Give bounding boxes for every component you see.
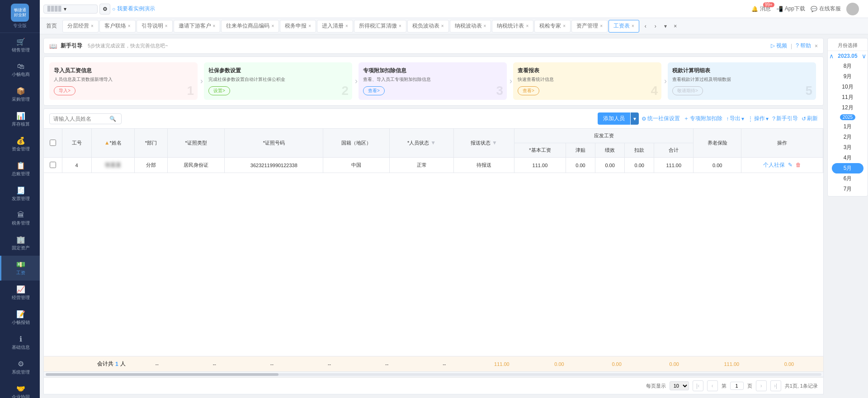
sidebar-item-inventory[interactable]: 📊 库存核算 bbox=[0, 107, 40, 132]
tab-register[interactable]: 进入清册 × bbox=[317, 20, 353, 33]
month-item-12[interactable]: 12月 bbox=[832, 103, 863, 113]
scroll-thumb[interactable] bbox=[46, 373, 278, 376]
sidebar-item-payroll[interactable]: 💵 工资 bbox=[0, 256, 40, 281]
op-delete-btn[interactable]: 🗑 bbox=[796, 162, 801, 168]
search-icon[interactable]: 🔍 bbox=[109, 116, 116, 122]
tab-close-icon[interactable]: × bbox=[441, 23, 444, 28]
page-size-select[interactable]: 10 20 50 bbox=[670, 381, 689, 390]
guide-help-link[interactable]: ? 帮助 bbox=[796, 42, 811, 50]
horizontal-scrollbar[interactable] bbox=[43, 372, 824, 377]
online-service-button[interactable]: 💬 在线客服 bbox=[811, 5, 841, 13]
month-item-1[interactable]: 1月 bbox=[832, 122, 863, 132]
tab-tax-stats[interactable]: 纳税统计表 × bbox=[492, 20, 533, 33]
tab-tax-expert[interactable]: 税检专家 × bbox=[534, 20, 571, 33]
tab-guide-intro[interactable]: 引导说明 × bbox=[137, 20, 173, 33]
first-page-btn[interactable]: |‹ bbox=[693, 380, 703, 391]
tab-payroll[interactable]: 工资表 × bbox=[609, 20, 639, 33]
sidebar-item-expense[interactable]: 📝 小畅报销 bbox=[0, 305, 40, 330]
status-filter-icon[interactable]: ▼ bbox=[430, 140, 436, 146]
month-item-10[interactable]: 10月 bbox=[832, 82, 863, 92]
month-item-9[interactable]: 9月 bbox=[832, 71, 863, 82]
sidebar-item-system[interactable]: ⚙ 系统管理 bbox=[0, 355, 40, 380]
next-page-btn[interactable]: › bbox=[756, 380, 767, 391]
add-person-button[interactable]: 添加人员 bbox=[598, 112, 630, 125]
sidebar-item-assets[interactable]: 🏢 固定资产 bbox=[0, 231, 40, 256]
month-item-5[interactable]: 5月 bbox=[832, 163, 863, 173]
month-prev-btn[interactable]: ∧ bbox=[827, 52, 836, 61]
tab-close-all-btn[interactable]: × bbox=[671, 22, 680, 31]
tab-tax-declare[interactable]: 税务申报 × bbox=[280, 20, 316, 33]
tab-tax-fluctuation[interactable]: 纳税波动表 × bbox=[450, 20, 491, 33]
sidebar-item-finance[interactable]: 💰 资金管理 bbox=[0, 132, 40, 157]
tab-product-code[interactable]: 往来单位商品编码 × bbox=[221, 20, 279, 33]
demo-link[interactable]: ○ 我要看实例演示 bbox=[112, 5, 155, 13]
month-item-6[interactable]: 6月 bbox=[832, 173, 863, 184]
guide-close-button[interactable]: × bbox=[815, 43, 818, 49]
tab-close-icon[interactable]: × bbox=[165, 23, 168, 28]
guide-video-link[interactable]: ▷ 视频 bbox=[771, 42, 787, 50]
search-input[interactable] bbox=[53, 116, 108, 122]
tab-customer[interactable]: 客户联络 × bbox=[99, 20, 136, 33]
tab-close-icon[interactable]: × bbox=[526, 23, 528, 28]
tab-close-icon[interactable]: × bbox=[345, 23, 348, 28]
avatar[interactable] bbox=[846, 3, 859, 15]
tab-close-icon[interactable]: × bbox=[128, 23, 131, 28]
tab-prev-btn[interactable]: ‹ bbox=[641, 22, 650, 31]
tab-close-icon[interactable]: × bbox=[484, 23, 486, 28]
notice-button[interactable]: 🔔 消息 99+ bbox=[751, 5, 771, 13]
tab-tax-burden[interactable]: 税负波动表 × bbox=[407, 20, 449, 33]
step-btn-4[interactable]: 查看> bbox=[518, 86, 539, 95]
month-item-7[interactable]: 7月 bbox=[832, 184, 863, 194]
prev-page-btn[interactable]: ‹ bbox=[707, 380, 718, 391]
th-name[interactable]: ▲*姓名 bbox=[91, 129, 134, 158]
tab-close-icon[interactable]: × bbox=[600, 23, 603, 28]
export-btn[interactable]: ↑ 导出 ▾ bbox=[726, 115, 744, 122]
row-checkbox[interactable] bbox=[50, 162, 56, 168]
select-all-checkbox[interactable] bbox=[50, 140, 56, 146]
sidebar-item-collab[interactable]: 🤝 企业协同 bbox=[0, 380, 40, 398]
step-btn-3[interactable]: 查看> bbox=[363, 86, 385, 95]
sidebar-item-basic-info[interactable]: ℹ 基础信息 bbox=[0, 330, 40, 355]
tab-close-icon[interactable]: × bbox=[91, 23, 94, 28]
month-item-8[interactable]: 8月 bbox=[832, 61, 863, 71]
tab-close-icon[interactable]: × bbox=[399, 23, 401, 28]
tab-close-icon[interactable]: × bbox=[308, 23, 311, 28]
app-download-button[interactable]: 📲 App下载 bbox=[776, 5, 805, 13]
last-page-btn[interactable]: ›| bbox=[770, 380, 781, 391]
op-personal-social-btn[interactable]: 个人社保 bbox=[763, 162, 785, 168]
refresh-btn[interactable]: ↺ 刷新 bbox=[802, 115, 818, 122]
page-number-input[interactable] bbox=[730, 382, 744, 390]
operation-btn[interactable]: ⋮ 操作 ▾ bbox=[748, 115, 769, 122]
month-item-11[interactable]: 11月 bbox=[832, 92, 863, 103]
step-btn-2[interactable]: 设置> bbox=[208, 86, 230, 95]
tab-close-icon[interactable]: × bbox=[271, 23, 274, 28]
tab-asset-mgmt[interactable]: 资产管理 × bbox=[571, 20, 608, 33]
month-item-2[interactable]: 2月 bbox=[832, 132, 863, 142]
tab-close-icon[interactable]: × bbox=[632, 23, 634, 28]
tab-layered-ops[interactable]: 分层经营 × bbox=[62, 20, 99, 33]
tab-invite[interactable]: 邀请下游客户 × bbox=[174, 20, 221, 33]
sidebar-item-tax[interactable]: 🏛 税务管理 bbox=[0, 206, 40, 231]
new-guide-btn[interactable]: ? 新手引导 bbox=[772, 115, 798, 122]
month-item-3[interactable]: 3月 bbox=[832, 142, 863, 153]
month-item-4[interactable]: 4月 bbox=[832, 153, 863, 163]
tab-close-icon[interactable]: × bbox=[563, 23, 566, 28]
settings-button[interactable]: ⚙ bbox=[99, 4, 110, 14]
sidebar-item-purchase[interactable]: 📦 采购管理 bbox=[0, 82, 40, 107]
add-person-dropdown-btn[interactable]: ▾ bbox=[631, 112, 639, 125]
month-next-btn[interactable]: ∨ bbox=[859, 52, 868, 61]
sidebar-item-operations[interactable]: 📈 经营管理 bbox=[0, 281, 40, 305]
unify-social-btn[interactable]: ⚙ 统一社保设置 bbox=[642, 115, 680, 122]
tab-close-icon[interactable]: × bbox=[213, 23, 216, 28]
tab-income-tax[interactable]: 所得税汇算清缴 × bbox=[354, 20, 406, 33]
sidebar-item-ledger[interactable]: 📋 总账管理 bbox=[0, 157, 40, 182]
company-selector[interactable]: ▊▊▊▊ ▾ bbox=[43, 5, 98, 14]
sidebar-item-invoice[interactable]: 🧾 发票管理 bbox=[0, 182, 40, 206]
step-btn-5[interactable]: 敬请期待> bbox=[672, 86, 703, 95]
tab-next-btn[interactable]: › bbox=[651, 22, 660, 31]
sidebar-item-sales[interactable]: 🛒 销售管理 bbox=[0, 33, 40, 58]
report-filter-icon[interactable]: ▼ bbox=[492, 140, 497, 146]
sidebar-item-ecommerce[interactable]: 🛍 小畅电商 bbox=[0, 58, 40, 82]
tab-home[interactable]: 首页 bbox=[42, 20, 61, 33]
step-btn-1[interactable]: 导入> bbox=[54, 86, 75, 95]
